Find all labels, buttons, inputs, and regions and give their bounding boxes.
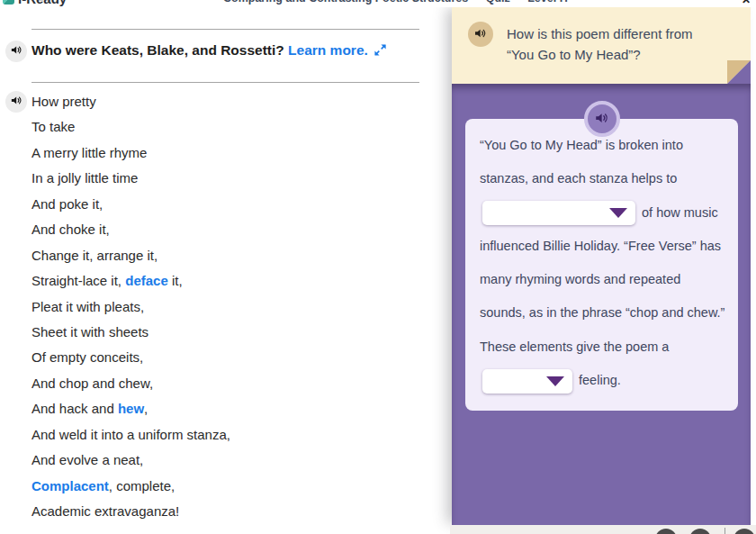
- chevron-down-icon: [609, 208, 627, 218]
- folded-corner-cut: [727, 60, 751, 84]
- iready-logo: i-Ready: [3, 0, 67, 6]
- answer-dropdown-1[interactable]: [482, 201, 635, 225]
- poem-text: And hack and: [32, 401, 118, 416]
- question-line: “You Go to My Head”?: [507, 44, 692, 65]
- cloze-sentence: “You Go to My Head” is broken into stanz…: [465, 119, 738, 397]
- cloze-text: of how music influenced Billie Holiday. …: [480, 205, 724, 354]
- poem-text: To take: [32, 119, 75, 134]
- iready-logo-icon: [3, 0, 14, 5]
- poem-text: it,: [168, 273, 183, 288]
- poem-line: Complacent, complete,: [32, 474, 230, 499]
- poem-line: And evolve a neat,: [32, 448, 230, 473]
- answer-card: “You Go to My Head” is broken into stanz…: [465, 119, 738, 411]
- poem-text: And evolve a neat,: [32, 452, 143, 467]
- learn-more-link[interactable]: Learn more.: [288, 42, 368, 58]
- cloze-text: “You Go to My Head” is broken into stanz…: [480, 138, 683, 186]
- cloze-text: feeling.: [579, 373, 621, 387]
- audio-button[interactable]: [5, 91, 27, 113]
- footer-button[interactable]: [689, 529, 711, 534]
- audio-button[interactable]: [584, 101, 620, 137]
- poem-text: Sheet it with sheets: [32, 324, 148, 339]
- vocab-word-link[interactable]: hew: [118, 401, 144, 416]
- chevron-down-icon: [546, 376, 564, 386]
- vocab-word-link[interactable]: Complacent: [32, 478, 109, 493]
- poem-text: ,: [144, 401, 148, 416]
- poem-line: Sheet it with sheets: [32, 320, 230, 345]
- poem-line: Straight-lace it, deface it,: [32, 268, 230, 294]
- poem-text: Change it, arrange it,: [32, 248, 158, 263]
- poem-text: Academic extravaganza!: [32, 503, 179, 519]
- audio-button[interactable]: [468, 22, 493, 47]
- poem-text: Straight-lace it,: [32, 273, 125, 288]
- poem-text: And weld it into a uniform stanza,: [32, 427, 230, 442]
- speaker-icon: [10, 43, 23, 59]
- poem-text: And chop and chew,: [32, 376, 153, 391]
- poem-line: Change it, arrange it,: [32, 243, 230, 268]
- expand-icon[interactable]: [374, 44, 387, 59]
- vocab-question-row: Who were Keats, Blake, and Rossetti? Lea…: [32, 42, 436, 60]
- question-box: How is this poem different from “You Go …: [452, 6, 751, 84]
- poem-line: And hack and hew,: [32, 396, 230, 421]
- answer-dropdown-2[interactable]: [482, 369, 572, 394]
- poem: How pretty To take A merry little rhyme …: [32, 89, 230, 524]
- speaker-icon: [473, 26, 488, 43]
- divider: [32, 82, 419, 83]
- quiz-title: Comparing and Contrasting Poetic Structu…: [223, 0, 568, 5]
- poem-text: Pleat it with pleats,: [32, 299, 144, 314]
- poem-line: And poke it,: [32, 192, 230, 217]
- close-icon[interactable]: ✕: [742, 0, 751, 6]
- speaker-icon: [10, 94, 23, 110]
- question-line: How is this poem different from: [507, 23, 692, 44]
- poem-line: Academic extravaganza!: [32, 499, 230, 524]
- vocab-question-text: Who were Keats, Blake, and Rossetti?: [32, 42, 284, 58]
- footer-divider: [724, 528, 725, 534]
- iready-logo-text: i-Ready: [18, 0, 67, 6]
- poem-line: Pleat it with pleats,: [32, 294, 230, 320]
- poem-line: And weld it into a uniform stanza,: [32, 422, 230, 448]
- poem-line: And choke it,: [32, 217, 230, 242]
- poem-line: In a jolly little time: [32, 166, 230, 191]
- footer-bar: [450, 525, 756, 534]
- divider: [32, 29, 419, 30]
- poem-line: And chop and chew,: [32, 371, 230, 396]
- poem-line: Of empty conceits,: [32, 345, 230, 370]
- question-panel: How is this poem different from “You Go …: [452, 6, 751, 525]
- footer-button[interactable]: [734, 529, 755, 534]
- poem-text: And choke it,: [32, 222, 110, 237]
- poem-text: , complete,: [109, 478, 175, 493]
- poem-line: To take: [32, 114, 230, 140]
- audio-button[interactable]: [5, 41, 27, 62]
- poem-line: How pretty: [32, 89, 230, 114]
- poem-text: And poke it,: [32, 196, 103, 212]
- poem-text: How pretty: [32, 94, 96, 109]
- footer-button[interactable]: [655, 529, 677, 534]
- vocab-word-link[interactable]: deface: [125, 273, 168, 288]
- answer-area: “You Go to My Head” is broken into stanz…: [452, 84, 751, 525]
- poem-text: Of empty conceits,: [32, 349, 143, 365]
- question-text: How is this poem different from “You Go …: [507, 23, 692, 65]
- poem-text: In a jolly little time: [32, 170, 138, 186]
- poem-text: A merry little rhyme: [32, 145, 147, 160]
- top-bar: i-Ready Comparing and Contrasting Poetic…: [0, 0, 756, 7]
- poem-line: A merry little rhyme: [32, 140, 230, 166]
- speaker-icon: [594, 110, 610, 129]
